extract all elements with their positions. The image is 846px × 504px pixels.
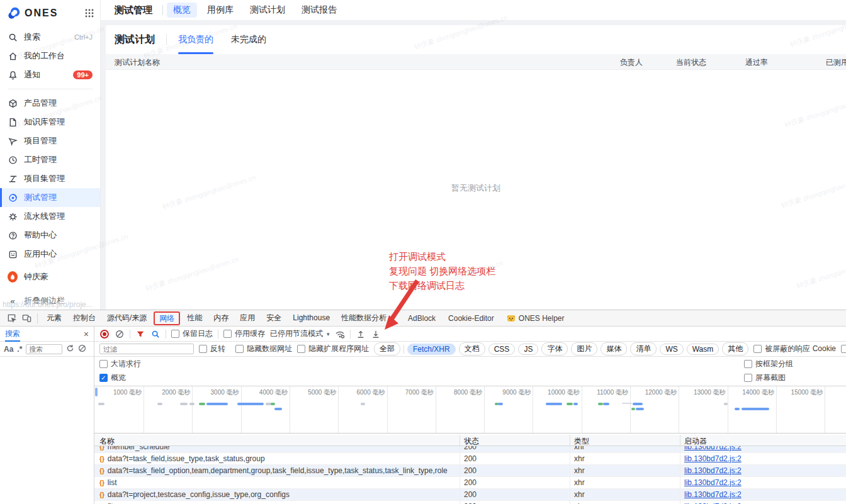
top-nav-item-test-report[interactable]: 测试报告 <box>302 4 337 16</box>
filter-pill-js[interactable]: JS <box>518 344 538 355</box>
hide-extension-urls-option[interactable]: 隐藏扩展程序网址 <box>297 344 369 354</box>
overview-checkbox[interactable]: ✓ <box>99 374 108 382</box>
filter-pill--[interactable]: 文档 <box>459 342 485 356</box>
sidebar-search[interactable]: 搜索 Ctrl+J <box>0 28 100 47</box>
tab-sources[interactable]: 源代码/来源 <box>101 310 152 327</box>
preserve-log-checkbox[interactable] <box>171 330 179 338</box>
overview-option[interactable]: ✓概览 <box>99 372 126 383</box>
col-name[interactable]: 名称 <box>99 436 115 447</box>
record-icon[interactable] <box>99 329 110 339</box>
tab-elements[interactable]: 元素 <box>41 310 67 327</box>
filter-pill--[interactable]: 字体 <box>541 342 568 356</box>
initiator-link[interactable]: lib.130bd7d2.js:2 <box>684 478 742 487</box>
group-by-frame-checkbox[interactable] <box>744 360 752 368</box>
tab-my-responsible[interactable]: 我负责的 <box>178 25 213 54</box>
inspect-element-icon[interactable] <box>4 312 19 325</box>
top-nav-item-test-plan[interactable]: 测试计划 <box>250 4 285 16</box>
sidebar-item-notifications[interactable]: 通知 99+ <box>0 65 100 84</box>
filter-pill-ws[interactable]: WS <box>660 344 683 355</box>
top-nav-item-case-library[interactable]: 用例库 <box>207 4 234 16</box>
sidebar-item-product[interactable]: 产品管理 <box>0 94 100 113</box>
invert-checkbox[interactable] <box>199 345 207 353</box>
network-overview-timeline[interactable]: 1000 毫秒2000 毫秒3000 毫秒4000 毫秒5000 毫秒6000 … <box>94 386 846 434</box>
filter-pill--[interactable]: 清单 <box>630 342 657 356</box>
tab-lighthouse[interactable]: Lighthouse <box>287 310 336 327</box>
big-rows-option[interactable]: 大请求行 <box>99 359 141 369</box>
sidebar-item-workbench[interactable]: 我的工作台 <box>0 47 100 65</box>
close-icon[interactable]: × <box>84 329 89 339</box>
filter-pill--[interactable]: 媒体 <box>601 342 627 356</box>
checkbox-label: 被屏蔽的响应 Cookie <box>765 344 836 354</box>
search-input[interactable] <box>26 344 62 354</box>
filter-funnel-icon[interactable] <box>135 329 145 339</box>
col-initiator[interactable]: 启动器 <box>684 436 707 447</box>
initiator-link[interactable]: lib.130bd7d2.js:2 <box>684 490 742 499</box>
device-toolbar-icon[interactable] <box>19 312 34 325</box>
filter-input[interactable] <box>99 344 194 354</box>
regex-toggle[interactable]: .* <box>17 345 22 354</box>
request-name: {}member_schedule <box>99 446 458 453</box>
col-status[interactable]: 状态 <box>464 436 479 447</box>
request-row[interactable]: {}flt…200xhrlib.130bd7d2.js:2 <box>94 501 846 504</box>
filter-pill-css[interactable]: CSS <box>488 344 516 355</box>
tab-network[interactable]: 网络 <box>154 311 180 325</box>
tab-unfinished[interactable]: 未完成的 <box>231 25 266 54</box>
screenshots-checkbox[interactable] <box>744 374 752 382</box>
tab-security[interactable]: 安全 <box>261 310 287 327</box>
network-search-icon[interactable] <box>150 329 161 339</box>
match-case-toggle[interactable]: Aa <box>4 345 13 354</box>
initiator-link[interactable]: lib.130bd7d2.js:2 <box>684 454 742 463</box>
sidebar-item-help[interactable]: 帮助中心 <box>0 226 100 245</box>
blocked-requests-option[interactable]: 被屏蔽的请求 <box>841 344 846 354</box>
sidebar-item-program[interactable]: 项目集管理 <box>0 169 100 188</box>
filter-pill--[interactable]: 全部 <box>374 342 400 356</box>
blocked-cookies-option[interactable]: 被屏蔽的响应 Cookie <box>753 344 836 354</box>
sidebar-item-project[interactable]: 项目管理 <box>0 132 100 150</box>
app-grid-icon[interactable] <box>85 9 94 18</box>
filter-pill--[interactable]: 图片 <box>571 342 597 356</box>
top-nav-item-overview[interactable]: 概览 <box>167 3 197 18</box>
sidebar-item-wiki[interactable]: 知识库管理 <box>0 113 100 132</box>
tab-ones-helper[interactable]: ONES Helper <box>500 314 571 323</box>
filter-pill--[interactable]: 其他 <box>722 342 748 356</box>
col-type[interactable]: 类型 <box>574 436 589 447</box>
timeline-tick-label: 9000 毫秒 <box>485 388 531 397</box>
filter-pill-wasm[interactable]: Wasm <box>687 344 719 355</box>
group-by-frame-option[interactable]: 按框架分组 <box>744 357 793 371</box>
sidebar-item-user[interactable]: 钟庆豪 <box>0 267 100 286</box>
tab-application[interactable]: 应用 <box>234 310 261 327</box>
request-row[interactable]: {}data?t=task_field_option,team,departme… <box>94 465 846 477</box>
initiator-link[interactable]: lib.130bd7d2.js:2 <box>684 446 742 451</box>
request-row[interactable]: {}list200xhrlib.130bd7d2.js:2 <box>94 477 846 489</box>
network-conditions-icon[interactable] <box>335 329 345 339</box>
big-rows-checkbox[interactable] <box>99 360 108 368</box>
tab-performance[interactable]: 性能 <box>181 310 208 327</box>
clear-icon[interactable] <box>115 329 125 339</box>
disable-cache-checkbox[interactable] <box>223 330 232 338</box>
sidebar-item-appcenter[interactable]: 应用中心 <box>0 245 100 264</box>
tab-cookie-editor[interactable]: Cookie-Editor <box>442 314 500 323</box>
sidebar-item-worktime[interactable]: 工时管理 <box>0 150 100 169</box>
blocked-cookies-checkbox[interactable] <box>753 345 762 353</box>
col-owner: 负责人 <box>620 57 643 68</box>
disable-cache-option[interactable]: 停用缓存 <box>223 328 265 339</box>
hide-extension-urls-checkbox[interactable] <box>297 345 305 353</box>
sidebar-item-test[interactable]: 测试管理 <box>0 188 100 207</box>
request-row[interactable]: {}member_schedule200xhrlib.130bd7d2.js:2 <box>94 446 846 453</box>
sidebar-item-pipeline[interactable]: 流水线管理 <box>0 207 100 226</box>
tab-memory[interactable]: 内存 <box>208 310 234 327</box>
preserve-log-option[interactable]: 保留日志 <box>171 328 213 339</box>
hide-data-urls-option[interactable]: 隐藏数据网址 <box>235 344 292 354</box>
clear-search-icon[interactable] <box>78 344 86 354</box>
blocked-requests-checkbox[interactable] <box>841 345 846 353</box>
request-row[interactable]: {}data?t=task_field,issue_type,task_stat… <box>94 453 846 465</box>
hide-data-urls-checkbox[interactable] <box>235 345 244 353</box>
screenshots-option[interactable]: 屏幕截图 <box>744 371 786 384</box>
filter-pill-fetch-xhr[interactable]: Fetch/XHR <box>407 344 456 355</box>
tab-console[interactable]: 控制台 <box>67 310 101 327</box>
invert-option[interactable]: 反转 <box>199 344 225 354</box>
refresh-icon[interactable] <box>66 344 74 354</box>
initiator-link[interactable]: lib.130bd7d2.js:2 <box>684 466 742 475</box>
throttling-dropdown[interactable]: 已停用节流模式▾ <box>270 328 330 339</box>
request-row[interactable]: {}data?t=project,testcase_config,issue_t… <box>94 489 846 501</box>
